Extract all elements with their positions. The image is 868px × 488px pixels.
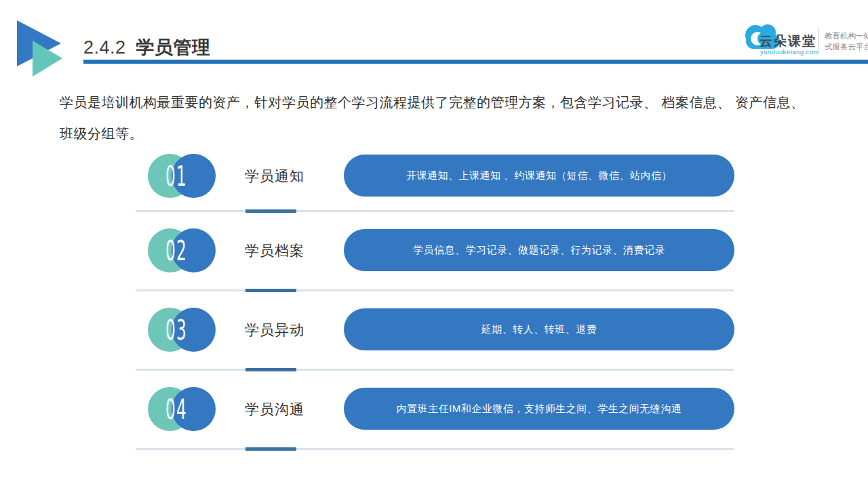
section-number: 2.4.2 — [83, 37, 126, 58]
badge-number: 02 — [160, 228, 193, 272]
feature-row-archive: 02 学员档案 学员信息、学习记录、做题记录、行为记录、消费记录 — [0, 211, 868, 292]
number-badge: 03 — [148, 308, 216, 352]
row-description: 延期、转人、转班、退费 — [465, 323, 614, 336]
feature-row-notification: 01 学员通知 开课通知、上课通知 、约课通知（短信、微信、站内信） — [0, 136, 868, 218]
brand-divider — [818, 28, 818, 53]
number-badge: 01 — [148, 154, 216, 198]
row-separator — [136, 448, 734, 450]
row-description: 学员信息、学习记录、做题记录、行为记录、消费记录 — [397, 244, 682, 257]
number-badge: 04 — [148, 387, 216, 431]
title-underline — [83, 60, 868, 64]
row-label: 学员沟通 — [234, 399, 315, 420]
feature-row-communication: 04 学员沟通 内置班主任IM和企业微信，支持师生之间、学生之间无缝沟通 — [0, 369, 868, 451]
row-label: 学员异动 — [234, 320, 315, 340]
corner-triangles-icon — [8, 12, 69, 86]
brand-tagline-line2: 式服务云平台 — [825, 41, 868, 52]
brand-domain: yunduoketang.com — [760, 48, 819, 56]
brand-tagline-line1: 教育机构一站 — [825, 30, 868, 41]
row-label: 学员通知 — [234, 166, 315, 186]
slide-page: 2.4.2 学员管理 云朵课堂 yunduoketang.com 教育机构一站 … — [0, 0, 868, 488]
row-description-pill: 开课通知、上课通知 、约课通知（短信、微信、站内信） — [344, 155, 734, 197]
row-description: 开课通知、上课通知 、约课通知（短信、微信、站内信） — [390, 169, 688, 182]
row-separator-accent — [245, 447, 296, 451]
badge-number: 04 — [160, 387, 193, 431]
feature-row-transfer: 03 学员异动 延期、转人、转班、退费 — [0, 290, 868, 371]
page-title: 2.4.2 学员管理 — [83, 35, 211, 60]
badge-number: 03 — [160, 308, 193, 352]
section-title: 学员管理 — [136, 37, 211, 58]
row-description-pill: 学员信息、学习记录、做题记录、行为记录、消费记录 — [344, 229, 734, 271]
badge-number: 01 — [160, 154, 193, 198]
number-badge: 02 — [148, 228, 216, 272]
brand-tagline: 教育机构一站 式服务云平台 — [825, 30, 868, 52]
brand-logo: 云朵课堂 yunduoketang.com 教育机构一站 式服务云平台 — [739, 19, 868, 58]
row-description: 内置班主任IM和企业微信，支持师生之间、学生之间无缝沟通 — [380, 403, 698, 415]
row-description-pill: 内置班主任IM和企业微信，支持师生之间、学生之间无缝沟通 — [344, 388, 734, 430]
row-description-pill: 延期、转人、转班、退费 — [344, 308, 734, 350]
intro-line-1: 学员是培训机构最重要的资产，针对学员的整个学习流程提供了完整的管理方案，包含学习… — [60, 87, 833, 118]
row-label: 学员档案 — [234, 241, 315, 261]
